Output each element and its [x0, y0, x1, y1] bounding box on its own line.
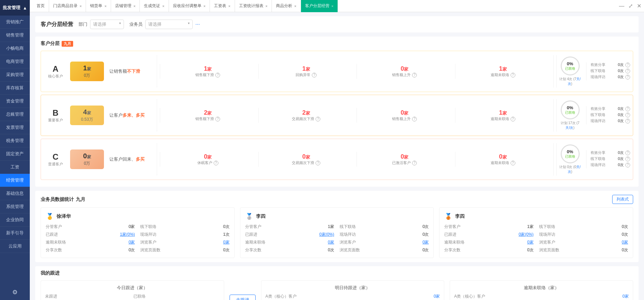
tab-close-应收应付调整单[interactable]: ×	[203, 4, 206, 8]
info-icon[interactable]: ?	[625, 63, 630, 67]
tier-stat-A-1[interactable]: 1家 回购异常 ?	[258, 64, 354, 79]
biz-stat-val[interactable]: 1家(0%)	[120, 232, 135, 237]
biz-stat-val[interactable]: 0家	[423, 239, 429, 245]
sidebar-item-资金管理[interactable]: 资金管理	[0, 95, 30, 108]
biz-stat-label: 浏览页面数	[140, 247, 160, 253]
tier-stat-A-3[interactable]: 1家 逾期未联络 ?	[455, 64, 551, 79]
tab-close-销货单[interactable]: ×	[104, 4, 106, 8]
sidebar-header[interactable]: 批发管理 ▲	[0, 0, 30, 16]
biz-stat-label: 逾期未联络	[444, 239, 465, 245]
biz-stat-val[interactable]: 0家(0%)	[519, 232, 534, 237]
sidebar-item-营销推广[interactable]: 营销推广	[0, 16, 30, 29]
more-options[interactable]: ···	[195, 21, 200, 27]
sidebar-item-新手引导[interactable]: 新手引导	[0, 227, 30, 240]
tier-count-C[interactable]: 0家0万	[70, 149, 104, 169]
biz-stat-val: 0次	[622, 224, 628, 230]
sidebar-item-总账管理[interactable]: 总账管理	[0, 108, 30, 121]
tier-count-B[interactable]: 4家0.53万	[70, 106, 104, 125]
sidebar-item-云应用[interactable]: 云应用	[0, 240, 30, 253]
goto-follow-button[interactable]: 去跟进	[230, 295, 256, 300]
sidebar-item-企业协同[interactable]: 企业协同	[0, 213, 30, 227]
sidebar-item-小畅电商[interactable]: 小畅电商	[0, 42, 30, 55]
tier-count-A[interactable]: 1家0万	[70, 62, 104, 81]
biz-stat-val[interactable]: 0家	[527, 239, 534, 245]
biz-stat-val[interactable]: 0家	[223, 239, 230, 245]
tab-close-店铺管理[interactable]: ×	[133, 4, 135, 8]
today-followup-title: 今日跟进（家）	[45, 285, 220, 291]
info-icon[interactable]: ?	[625, 113, 630, 117]
tomorrow-followup-title: 明日待跟进（家）	[265, 285, 440, 291]
tier-stat-B-2[interactable]: 0家 销售额上升 ?	[357, 108, 452, 123]
tab-店铺管理[interactable]: 店铺管理×	[111, 0, 140, 12]
info-icon[interactable]: ?	[625, 163, 630, 167]
tab-商品分析[interactable]: 商品分析×	[272, 0, 301, 12]
tab-生成凭证[interactable]: 生成凭证×	[140, 0, 169, 12]
info-icon[interactable]: ?	[625, 157, 630, 161]
tab-门店商品目录[interactable]: 门店商品目录×	[49, 0, 86, 12]
info-icon[interactable]: ?	[625, 119, 630, 123]
tab-close-商品分析[interactable]: ×	[294, 4, 296, 8]
biz-person-name-2: 李四	[455, 213, 465, 220]
medal-icon-0: 🥇	[46, 212, 54, 221]
tab-close-生成凭证[interactable]: ×	[162, 4, 164, 8]
sidebar-item-固定资产[interactable]: 固定资产	[0, 147, 30, 161]
biz-stat-row-1-7: 浏览页面数 0次	[340, 247, 429, 253]
tier-stat-B-3[interactable]: 1家 逾期未联络 ?	[455, 108, 551, 123]
sidebar-item-发票管理[interactable]: 发票管理	[0, 121, 30, 134]
sidebar-item-基础信息[interactable]: 基础信息	[0, 187, 30, 200]
tab-首页[interactable]: 首页	[33, 0, 49, 12]
info-icon[interactable]: ?	[625, 69, 630, 73]
sidebar-item-库存核算[interactable]: 库存核算	[0, 82, 30, 95]
tier-stat-B-0[interactable]: 2家 销售额下滑 ?	[160, 108, 256, 123]
tab-客户分层经营[interactable]: 客户分层经营×	[301, 0, 338, 12]
biz-stat-val[interactable]: 0家	[622, 239, 628, 245]
biz-stat-val[interactable]: 0家(0%)	[319, 232, 334, 237]
biz-stat-label: 分享次数	[444, 247, 460, 253]
biz-stat-val[interactable]: 0家	[129, 239, 135, 245]
tab-应收应付调整单[interactable]: 应收应付调整单×	[169, 0, 210, 12]
tab-close-客户分层经营[interactable]: ×	[331, 4, 334, 8]
tier-stat-B-1[interactable]: 2家 交易频次下滑 ?	[258, 108, 354, 123]
biz-stat-val[interactable]: 0家	[328, 239, 334, 245]
tier-stat-C-1[interactable]: 0家 交易频次下滑 ?	[258, 152, 354, 167]
tier-stat-C-3[interactable]: 0家 逾期未联络 ?	[455, 152, 551, 167]
tab-close-门店商品目录[interactable]: ×	[80, 4, 82, 8]
sidebar-item-系统管理[interactable]: 系统管理	[0, 200, 30, 213]
sidebar-item-电商管理[interactable]: 电商管理	[0, 55, 30, 68]
tier-stat-A-2[interactable]: 0家 销售额上升 ?	[357, 64, 452, 79]
tab-close-工资表[interactable]: ×	[228, 4, 230, 8]
info-icon[interactable]: ?	[625, 75, 630, 79]
expand-icon[interactable]: ⤢	[628, 3, 633, 9]
sidebar-settings[interactable]: ⚙	[0, 284, 30, 300]
biz-stat-row-0-6: 分享次数 0次	[46, 247, 135, 253]
dept-select[interactable]: 请选择 ▾	[90, 20, 124, 29]
minimize-icon[interactable]: —	[619, 3, 624, 9]
close-window-icon[interactable]: ✕	[637, 3, 641, 9]
biz-stat-val: 0次	[423, 247, 429, 253]
tab-销货单[interactable]: 销货单×	[86, 0, 111, 12]
biz-stat-label: 浏览页面数	[340, 247, 360, 253]
info-icon[interactable]: ?	[625, 151, 630, 155]
biz-select[interactable]: 请选择 ▾	[145, 20, 193, 29]
tier-stat-C-0[interactable]: 0家 休眠客户 ?	[160, 152, 256, 167]
biz-stat-row-1-4: 逾期未联络 0家	[245, 239, 334, 245]
sidebar-collapse-icon[interactable]: ▲	[23, 5, 27, 10]
tier-stat-A-0[interactable]: 1家 销售额下滑 ?	[160, 64, 256, 79]
sidebar-item-工资[interactable]: 工资	[0, 161, 30, 174]
biz-person-name-0: 徐泽华	[57, 213, 71, 220]
sidebar-item-采购管理[interactable]: 采购管理	[0, 68, 30, 82]
list-view-button[interactable]: 列表式	[612, 195, 633, 204]
tab-工资表[interactable]: 工资表×	[210, 0, 235, 12]
tomorrow-a-val[interactable]: 0家	[434, 294, 440, 299]
info-icon[interactable]: ?	[625, 107, 630, 111]
sidebar-item-销售管理[interactable]: 销售管理	[0, 29, 30, 42]
sidebar-item-税务管理[interactable]: 税务管理	[0, 134, 30, 147]
biz-stat-val: 0次	[223, 247, 230, 253]
tier-rs-row: 现场拜访0次 ?	[591, 118, 630, 123]
tab-工资统计报表[interactable]: 工资统计报表×	[235, 0, 272, 12]
sidebar-item-经营管理[interactable]: 经营管理	[0, 174, 30, 187]
biz-card-header-0: 🥇徐泽华	[46, 212, 230, 221]
tier-stat-C-2[interactable]: 0家 已激活客户 ?	[357, 152, 452, 167]
overdue-a-val[interactable]: 0家	[622, 294, 629, 299]
tab-close-工资统计报表[interactable]: ×	[265, 4, 267, 8]
